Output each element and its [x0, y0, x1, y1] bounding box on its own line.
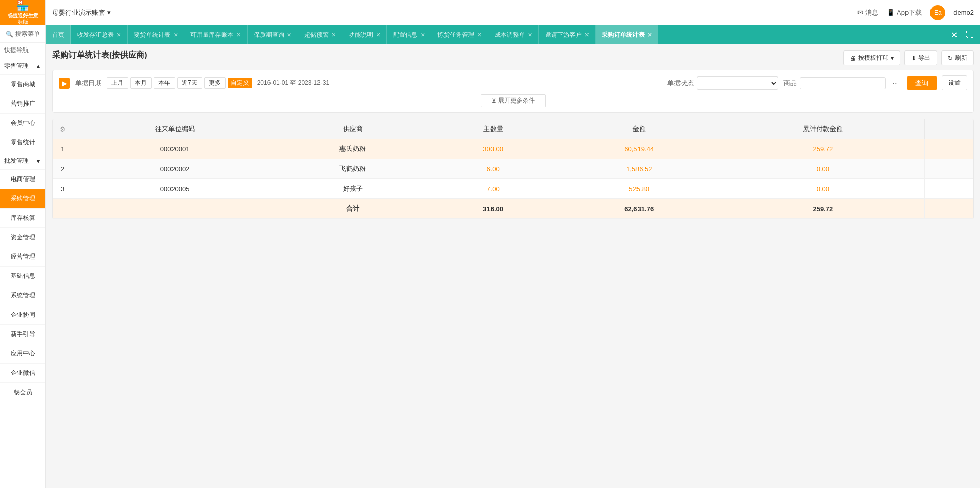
- sidebar-item-system[interactable]: 系统管理: [0, 286, 45, 305]
- close-tab-btn[interactable]: ✕: [949, 29, 960, 41]
- tab-over-stock-close[interactable]: ×: [332, 31, 336, 38]
- tab-config-info[interactable]: 配置信息 ×: [387, 25, 431, 44]
- tab-collect-dispatch[interactable]: 收发存汇总表 ×: [71, 25, 128, 44]
- topbar: 母婴行业演示账套 ▾ ✉ 消息 📱 App下载 Ea demo2: [46, 0, 980, 25]
- sidebar-item-wechat[interactable]: 企业微信: [0, 364, 45, 383]
- sidebar-item-finance[interactable]: 资金管理: [0, 228, 45, 247]
- row-paid[interactable]: 0.00: [721, 179, 925, 199]
- row-qty[interactable]: 303.00: [429, 139, 557, 159]
- refresh-btn[interactable]: ↻ 刷新: [941, 50, 974, 65]
- sidebar-item-purchase[interactable]: 采购管理: [0, 189, 45, 209]
- tab-invite-client[interactable]: 邀请下游客户 ×: [539, 25, 596, 44]
- tab-invite-client-close[interactable]: ×: [585, 31, 589, 38]
- sidebar-item-member-card[interactable]: 畅会员: [0, 383, 45, 402]
- btn-this-year[interactable]: 本年: [154, 77, 175, 89]
- sidebar-item-operations[interactable]: 经营管理: [0, 247, 45, 267]
- tab-purchase-stats-close[interactable]: ×: [648, 31, 652, 38]
- sidebar-item-purchase-label: 采购管理: [11, 195, 35, 202]
- account-selector[interactable]: 母婴行业演示账套 ▾: [52, 8, 111, 17]
- tab-pick-task-close[interactable]: ×: [477, 31, 481, 38]
- main-content: 母婴行业演示账套 ▾ ✉ 消息 📱 App下载 Ea demo2 首页 收发存汇…: [46, 0, 980, 488]
- tab-pick-task[interactable]: 拣货任务管理 ×: [431, 25, 488, 44]
- print-btn[interactable]: 🖨 按模板打印 ▾: [843, 50, 900, 65]
- sidebar-item-app-center-label: 应用中心: [11, 350, 35, 357]
- tab-over-stock[interactable]: 超储预警 ×: [298, 25, 342, 44]
- tab-warranty-close[interactable]: ×: [287, 31, 291, 38]
- date-filter-label: 单据日期: [75, 79, 102, 88]
- settings-btn[interactable]: 设置: [942, 75, 967, 90]
- row-supplier: 惠氏奶粉: [277, 139, 429, 159]
- search-btn[interactable]: 查询: [907, 76, 937, 90]
- btn-last-month[interactable]: 上月: [107, 77, 128, 89]
- tab-config-info-close[interactable]: ×: [421, 31, 425, 38]
- chevron-down-icon: ▲: [35, 63, 41, 70]
- row-amount[interactable]: 60,519.44: [557, 139, 721, 159]
- btn-7days[interactable]: 近7天: [177, 77, 202, 89]
- expand-down-icon: ⊻: [492, 97, 496, 105]
- sidebar-item-retail-stats-label: 零售统计: [11, 139, 35, 146]
- sidebar-item-retail-shop[interactable]: 零售商城: [0, 75, 45, 94]
- print-label: 按模板打印: [858, 54, 889, 62]
- sidebar-item-marketing-label: 营销推广: [11, 100, 35, 107]
- export-btn[interactable]: ⬇ 导出: [904, 50, 937, 65]
- sidebar-item-retail-shop-label: 零售商城: [11, 81, 35, 88]
- message-btn[interactable]: ✉ 消息: [857, 8, 878, 17]
- sidebar-item-ecommerce[interactable]: 电商管理: [0, 170, 45, 189]
- tab-collect-dispatch-label: 收发存汇总表: [77, 31, 114, 39]
- sidebar-item-members[interactable]: 会员中心: [0, 114, 45, 133]
- th-code: 往来单位编码: [73, 119, 277, 139]
- chevron-down-icon-2: ▼: [35, 158, 41, 165]
- avatar[interactable]: Ea: [930, 5, 945, 20]
- tabs-bar: 首页 收发存汇总表 × 要货单统计表 × 可用量库存账本 × 保质期查询 × 超…: [46, 25, 980, 44]
- row-paid[interactable]: 259.72: [721, 139, 925, 159]
- status-select[interactable]: [697, 76, 778, 90]
- quick-nav[interactable]: 快捷导航: [0, 43, 45, 58]
- tab-func-desc-close[interactable]: ×: [376, 31, 380, 38]
- row-qty[interactable]: 7.00: [429, 179, 557, 199]
- row-amount[interactable]: 1,586.52: [557, 159, 721, 179]
- tab-cost-adjust[interactable]: 成本调整单 ×: [488, 25, 539, 44]
- gear-icon[interactable]: ⚙: [60, 125, 66, 133]
- row-supplier: 好孩子: [277, 179, 429, 199]
- filter-toggle-btn[interactable]: ▶: [59, 78, 70, 89]
- tab-collect-dispatch-close[interactable]: ×: [117, 31, 121, 38]
- sidebar-item-members-label: 会员中心: [11, 119, 35, 126]
- search-icon: 🔍: [6, 31, 13, 38]
- tab-warranty[interactable]: 保质期查询 ×: [248, 25, 298, 44]
- expand-more-btn[interactable]: ⊻ 展开更多条件: [481, 94, 546, 107]
- tab-usable-inv-close[interactable]: ×: [236, 31, 240, 38]
- tab-invite-client-label: 邀请下游客户: [545, 31, 582, 39]
- username[interactable]: demo2: [953, 9, 974, 16]
- tab-home[interactable]: 首页: [46, 25, 71, 44]
- sidebar-item-marketing[interactable]: 营销推广: [0, 94, 45, 114]
- maximize-tab-btn[interactable]: ⛶: [964, 29, 976, 40]
- sidebar-item-enterprise[interactable]: 企业协同: [0, 305, 45, 325]
- tab-order-stats[interactable]: 要货单统计表 ×: [128, 25, 184, 44]
- tab-usable-inv[interactable]: 可用量库存账本 ×: [184, 25, 247, 44]
- btn-this-month[interactable]: 本月: [130, 77, 152, 89]
- footer-total-label: 合计: [277, 199, 429, 219]
- sidebar-item-guide[interactable]: 新手引导: [0, 325, 45, 344]
- app-download-btn[interactable]: 📱 App下载: [887, 8, 922, 17]
- sidebar-item-retail-stats[interactable]: 零售统计: [0, 133, 45, 152]
- sidebar-item-inventory[interactable]: 库存核算: [0, 209, 45, 228]
- btn-more-date[interactable]: 更多: [204, 77, 226, 89]
- tab-purchase-stats[interactable]: 采购订单统计表 ×: [596, 25, 658, 44]
- row-paid[interactable]: 0.00: [721, 159, 925, 179]
- goods-input[interactable]: [800, 77, 886, 89]
- row-qty[interactable]: 6.00: [429, 159, 557, 179]
- sidebar-item-basics[interactable]: 基础信息: [0, 267, 45, 286]
- tab-func-desc[interactable]: 功能说明 ×: [342, 25, 387, 44]
- goods-more-btn[interactable]: ···: [889, 78, 902, 89]
- sidebar-item-retail-manage[interactable]: 零售管理 ▲: [0, 58, 45, 75]
- sidebar-search[interactable]: 🔍 搜索菜单: [0, 25, 45, 43]
- sidebar-item-app-center[interactable]: 应用中心: [0, 344, 45, 364]
- sidebar-item-wholesale[interactable]: 批发管理 ▼: [0, 152, 45, 170]
- goods-label: 商品: [783, 79, 797, 88]
- tab-config-info-label: 配置信息: [393, 31, 418, 39]
- row-amount[interactable]: 525.80: [557, 179, 721, 199]
- tab-cost-adjust-close[interactable]: ×: [528, 31, 532, 38]
- sidebar-item-guide-label: 新手引导: [11, 330, 35, 338]
- row-index: 1: [53, 139, 73, 159]
- tab-order-stats-close[interactable]: ×: [174, 31, 178, 38]
